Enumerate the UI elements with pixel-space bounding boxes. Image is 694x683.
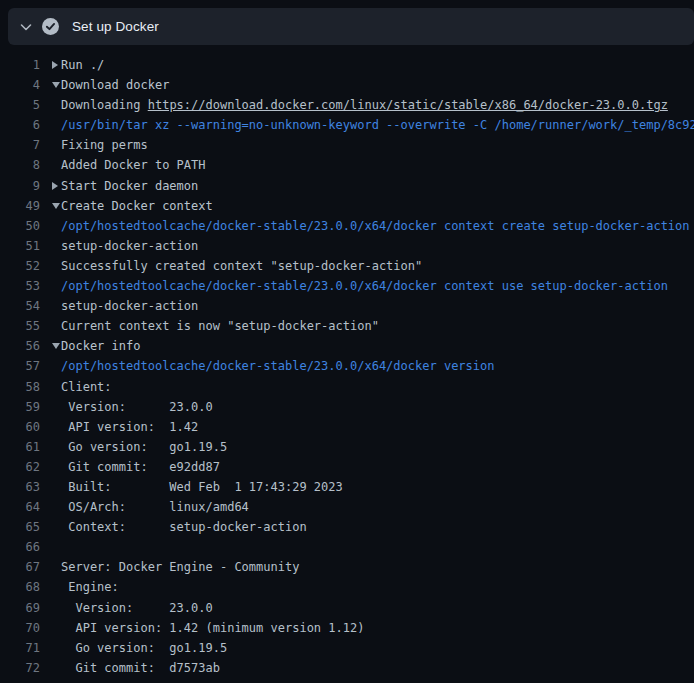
triangle-down-icon [52, 203, 60, 209]
log-text: API version: 1.42 [61, 417, 198, 437]
triangle-down-icon [52, 343, 60, 349]
arrow-slot [40, 155, 61, 175]
arrow-slot [40, 517, 61, 537]
group-collapse-toggle[interactable] [40, 75, 61, 95]
log-line: 51setup-docker-action [0, 236, 694, 256]
line-number[interactable]: 67 [0, 557, 40, 577]
log-line: 63 Built: Wed Feb 1 17:43:29 2023 [0, 477, 694, 497]
log-line: 59 Version: 23.0.0 [0, 397, 694, 417]
line-number[interactable]: 66 [0, 537, 40, 557]
line-number[interactable]: 9 [0, 176, 40, 196]
log-text: Successfully created context "setup-dock… [61, 256, 422, 276]
arrow-slot [40, 437, 61, 457]
log-line: 67Server: Docker Engine - Community [0, 557, 694, 577]
log-line: 55Current context is now "setup-docker-a… [0, 316, 694, 336]
log-text: Downloading [61, 95, 148, 115]
line-number[interactable]: 55 [0, 316, 40, 336]
line-number[interactable]: 53 [0, 276, 40, 296]
log-line: 1Run ./ [0, 55, 694, 75]
log-text: Go version: go1.19.5 [61, 638, 227, 658]
group-title[interactable]: Create Docker context [61, 196, 213, 216]
command-text: /usr/bin/tar xz --warning=no-unknown-key… [61, 115, 694, 135]
log-line: 71 Go version: go1.19.5 [0, 638, 694, 658]
line-number[interactable]: 68 [0, 577, 40, 597]
log-text: Server: Docker Engine - Community [61, 557, 299, 577]
line-number[interactable]: 54 [0, 296, 40, 316]
line-number[interactable]: 4 [0, 75, 40, 95]
group-collapse-toggle[interactable] [40, 196, 61, 216]
log-text: API version: 1.42 (minimum version 1.12) [61, 618, 364, 638]
line-number[interactable]: 58 [0, 377, 40, 397]
triangle-down-icon [52, 82, 60, 88]
line-number[interactable]: 65 [0, 517, 40, 537]
line-number[interactable]: 70 [0, 618, 40, 638]
arrow-slot [40, 598, 61, 618]
line-number[interactable]: 69 [0, 598, 40, 618]
log-text: Context: setup-docker-action [61, 517, 307, 537]
line-number[interactable]: 64 [0, 497, 40, 517]
log-text: Added Docker to PATH [61, 155, 206, 175]
log-line: 61 Go version: go1.19.5 [0, 437, 694, 457]
arrow-slot [40, 377, 61, 397]
log-line: 6/usr/bin/tar xz --warning=no-unknown-ke… [0, 115, 694, 135]
group-title[interactable]: Download docker [61, 75, 169, 95]
log-line: 66 [0, 537, 694, 557]
line-number[interactable]: 62 [0, 457, 40, 477]
line-number[interactable]: 6 [0, 115, 40, 135]
line-number[interactable]: 72 [0, 658, 40, 678]
line-number[interactable]: 71 [0, 638, 40, 658]
line-number[interactable]: 5 [0, 95, 40, 115]
step-title: Set up Docker [72, 19, 159, 34]
line-number[interactable]: 1 [0, 55, 40, 75]
group-title[interactable]: Start Docker daemon [61, 176, 198, 196]
log-text: Version: 23.0.0 [61, 397, 213, 417]
triangle-right-icon [52, 61, 58, 69]
log-text: Client: [61, 377, 112, 397]
chevron-down-icon[interactable] [18, 19, 34, 35]
arrow-slot [40, 296, 61, 316]
log-text: Current context is now "setup-docker-act… [61, 316, 379, 336]
arrow-slot [40, 135, 61, 155]
log-output: 1Run ./4Download docker5Downloading http… [0, 45, 694, 683]
step-header[interactable]: Set up Docker [8, 8, 694, 45]
log-line: 56Docker info [0, 336, 694, 356]
line-number[interactable]: 60 [0, 417, 40, 437]
log-line: 65 Context: setup-docker-action [0, 517, 694, 537]
line-number[interactable]: 8 [0, 155, 40, 175]
line-number[interactable]: 59 [0, 397, 40, 417]
log-line: 60 API version: 1.42 [0, 417, 694, 437]
group-expand-toggle[interactable] [40, 176, 61, 196]
download-url-link[interactable]: https://download.docker.com/linux/static… [148, 95, 668, 115]
line-number[interactable]: 49 [0, 196, 40, 216]
arrow-slot [40, 457, 61, 477]
arrow-slot [40, 537, 61, 557]
log-line: 72 Git commit: d7573ab [0, 658, 694, 678]
line-number[interactable]: 57 [0, 356, 40, 376]
line-number[interactable]: 50 [0, 216, 40, 236]
line-number[interactable]: 61 [0, 437, 40, 457]
group-collapse-toggle[interactable] [40, 336, 61, 356]
line-number[interactable]: 52 [0, 256, 40, 276]
log-text: Go version: go1.19.5 [61, 437, 227, 457]
line-number[interactable]: 51 [0, 236, 40, 256]
log-line: 68 Engine: [0, 577, 694, 597]
log-text: Version: 23.0.0 [61, 598, 213, 618]
log-line: 69 Version: 23.0.0 [0, 598, 694, 618]
log-line: 49Create Docker context [0, 196, 694, 216]
arrow-slot [40, 115, 61, 135]
arrow-slot [40, 216, 61, 236]
line-number[interactable]: 63 [0, 477, 40, 497]
log-lines: 1Run ./4Download docker5Downloading http… [0, 55, 694, 678]
arrow-slot [40, 417, 61, 437]
group-expand-toggle[interactable] [40, 55, 61, 75]
log-line: 9Start Docker daemon [0, 176, 694, 196]
line-number[interactable]: 56 [0, 336, 40, 356]
log-line: 54setup-docker-action [0, 296, 694, 316]
triangle-right-icon [52, 182, 58, 190]
log-line: 4Download docker [0, 75, 694, 95]
group-title[interactable]: Run ./ [61, 55, 104, 75]
arrow-slot [40, 95, 61, 115]
group-title[interactable]: Docker info [61, 336, 140, 356]
line-number[interactable]: 7 [0, 135, 40, 155]
log-line: 58Client: [0, 377, 694, 397]
